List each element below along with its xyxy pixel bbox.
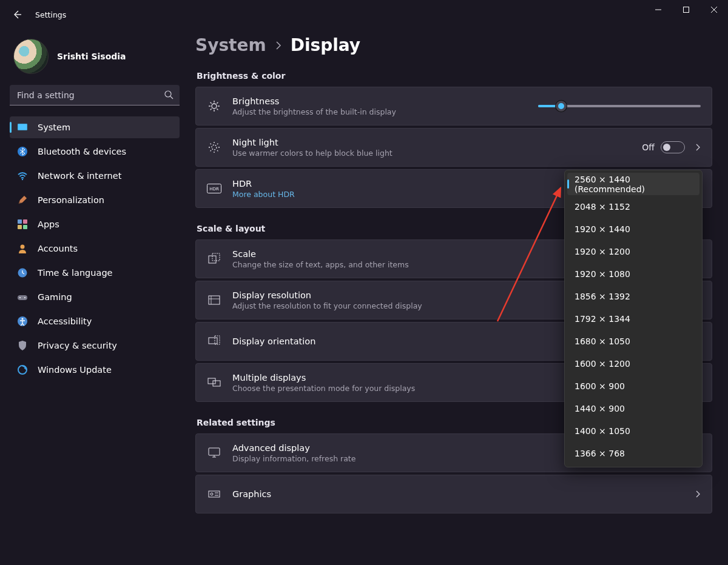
scale-icon xyxy=(207,252,221,266)
card-desc: Adjust the brightness of the built-in di… xyxy=(232,107,527,116)
card-brightness[interactable]: Brightness Adjust the brightness of the … xyxy=(195,87,712,125)
nav-item-privacy[interactable]: Privacy & security xyxy=(10,335,180,356)
minimize-button[interactable] xyxy=(644,0,672,19)
maximize-button[interactable] xyxy=(672,0,700,19)
dropdown-item[interactable]: 1856 × 1392 xyxy=(567,285,699,307)
dropdown-item[interactable]: 1792 × 1344 xyxy=(567,307,699,330)
nav-label: Time & language xyxy=(38,268,113,278)
card-desc: Use warmer colors to help block blue lig… xyxy=(232,149,631,158)
close-button[interactable] xyxy=(700,0,728,19)
search-input[interactable] xyxy=(10,85,180,105)
sidebar: Srishti Sisodia System Bluetooth & devic… xyxy=(0,29,189,565)
breadcrumb-parent[interactable]: System xyxy=(195,35,266,55)
dropdown-item[interactable]: 1600 × 900 xyxy=(567,375,699,397)
shield-icon xyxy=(17,340,28,351)
dropdown-item[interactable]: 1920 × 1440 xyxy=(567,218,699,240)
hdr-icon: HDR xyxy=(207,184,221,193)
dropdown-item[interactable]: 1920 × 1200 xyxy=(567,240,699,262)
nav-label: Personalization xyxy=(38,195,104,205)
nav-item-windows-update[interactable]: Windows Update xyxy=(10,359,180,381)
nav-label: Network & internet xyxy=(38,171,121,181)
paint-icon xyxy=(17,195,28,206)
avatar xyxy=(13,39,49,74)
card-title: Brightness xyxy=(232,96,527,106)
multiple-displays-icon xyxy=(207,376,221,389)
dropdown-item[interactable]: 2560 × 1440 (Recommended) xyxy=(567,173,699,195)
dropdown-item[interactable]: 1600 × 1200 xyxy=(567,352,699,375)
svg-point-31 xyxy=(211,493,213,495)
dropdown-item[interactable]: 1440 × 900 xyxy=(567,397,699,420)
person-icon xyxy=(17,243,28,254)
monitor-icon xyxy=(207,446,221,460)
nav-item-time-language[interactable]: Time & language xyxy=(10,262,180,284)
nav-label: Accounts xyxy=(38,244,78,253)
dropdown-item[interactable]: 2048 × 1152 xyxy=(567,195,699,218)
nav-label: Windows Update xyxy=(38,365,112,375)
title-bar: Settings xyxy=(0,0,728,29)
night-light-toggle[interactable] xyxy=(661,141,685,153)
nav-item-accounts[interactable]: Accounts xyxy=(10,238,180,259)
window-title: Settings xyxy=(35,10,66,19)
nav-label: Apps xyxy=(38,219,59,229)
svg-rect-6 xyxy=(18,219,22,224)
nav: System Bluetooth & devices Network & int… xyxy=(10,116,180,381)
nav-label: System xyxy=(38,122,70,132)
svg-rect-8 xyxy=(18,225,22,229)
wifi-icon xyxy=(17,170,28,181)
nav-item-system[interactable]: System xyxy=(10,116,180,138)
svg-rect-2 xyxy=(18,124,27,130)
resolution-icon xyxy=(207,293,221,307)
nav-label: Privacy & security xyxy=(38,341,117,350)
nav-item-network[interactable]: Network & internet xyxy=(10,165,180,187)
nav-label: Accessibility xyxy=(38,316,92,326)
svg-rect-24 xyxy=(209,296,220,304)
brightness-slider[interactable] xyxy=(538,105,701,107)
svg-point-14 xyxy=(24,297,25,298)
card-title: Graphics xyxy=(232,489,680,499)
resolution-dropdown[interactable]: 2560 × 1440 (Recommended) 2048 × 1152 19… xyxy=(564,170,703,467)
accessibility-icon xyxy=(17,316,28,327)
nav-item-apps[interactable]: Apps xyxy=(10,213,180,235)
back-button[interactable] xyxy=(11,8,23,21)
profile-name: Srishti Sisodia xyxy=(57,52,126,61)
svg-point-18 xyxy=(212,104,217,109)
card-title: Night light xyxy=(232,138,631,147)
nav-label: Gaming xyxy=(38,292,72,302)
svg-point-16 xyxy=(22,318,24,320)
search-box[interactable] xyxy=(10,85,180,105)
svg-rect-25 xyxy=(209,338,217,344)
dropdown-item[interactable]: 1920 × 1080 xyxy=(567,262,699,285)
nav-item-accessibility[interactable]: Accessibility xyxy=(10,310,180,332)
gamepad-icon xyxy=(17,292,28,303)
clock-icon xyxy=(17,267,28,278)
card-night-light[interactable]: Night light Use warmer colors to help bl… xyxy=(195,128,712,167)
nav-item-personalization[interactable]: Personalization xyxy=(10,189,180,211)
svg-text:HDR: HDR xyxy=(209,187,219,192)
svg-point-19 xyxy=(212,145,217,150)
dropdown-item[interactable]: 1366 × 768 xyxy=(567,442,699,464)
bluetooth-icon xyxy=(17,146,28,157)
brightness-icon xyxy=(207,99,221,113)
breadcrumb: System Display xyxy=(195,35,712,69)
breadcrumb-current: Display xyxy=(291,35,360,55)
nav-item-gaming[interactable]: Gaming xyxy=(10,286,180,308)
section-brightness-color: Brightness & color xyxy=(197,71,712,81)
dropdown-item[interactable]: 1400 × 1050 xyxy=(567,420,699,442)
svg-rect-12 xyxy=(18,295,27,300)
svg-rect-9 xyxy=(23,225,27,229)
nav-item-bluetooth[interactable]: Bluetooth & devices xyxy=(10,141,180,162)
orientation-icon xyxy=(207,335,221,348)
dropdown-item[interactable]: 1680 × 1050 xyxy=(567,330,699,352)
svg-point-5 xyxy=(22,179,23,180)
toggle-label: Off xyxy=(642,142,655,152)
card-graphics[interactable]: Graphics xyxy=(195,475,712,513)
svg-point-1 xyxy=(165,91,171,97)
system-icon xyxy=(17,122,28,133)
chevron-right-icon xyxy=(275,41,282,50)
svg-point-10 xyxy=(21,245,25,249)
svg-rect-7 xyxy=(23,219,27,224)
apps-icon xyxy=(17,219,28,230)
graphics-icon xyxy=(207,487,221,501)
profile[interactable]: Srishti Sisodia xyxy=(10,35,180,85)
search-icon xyxy=(164,90,174,99)
